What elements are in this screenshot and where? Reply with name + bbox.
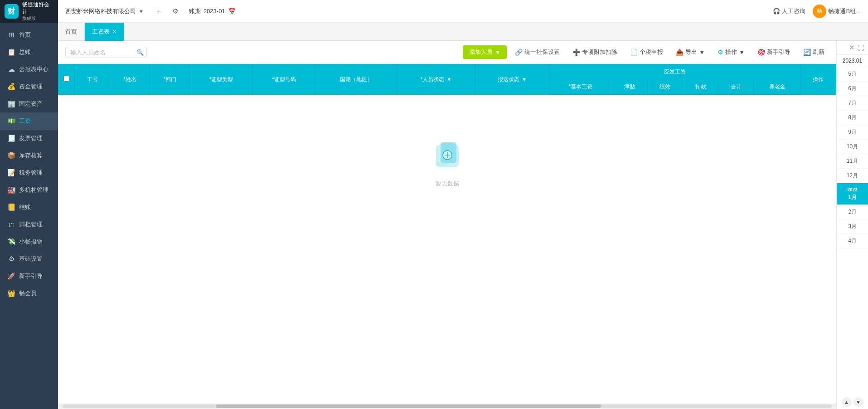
deduction-button[interactable]: ➕ 专项附加扣除 xyxy=(568,46,622,58)
scroll-thumb[interactable] xyxy=(216,404,601,408)
settings-icon[interactable]: ⚙ xyxy=(169,5,182,18)
sidebar-label-close: 结账 xyxy=(19,203,31,211)
sidebar-item-salary[interactable]: 💵工资 xyxy=(0,112,58,130)
company-selector[interactable]: 西安虾米网络科技有限公司 ▼ xyxy=(65,7,144,15)
sidebar-item-member[interactable]: 👑畅会员 xyxy=(0,285,58,302)
th-nationality: 国籍（地区） xyxy=(315,64,397,95)
sidebar-label-salary: 工资 xyxy=(19,117,31,125)
social-security-button[interactable]: 🔗 统一社保设置 xyxy=(510,46,564,58)
period-info: 账期 2023-01 📅 xyxy=(189,7,236,15)
sidebar-label-guide: 新手引导 xyxy=(19,272,43,280)
search-icon: 🔍 xyxy=(136,49,144,56)
add-person-chevron-icon: ▼ xyxy=(495,49,500,56)
date-list-item[interactable]: 7月 xyxy=(837,96,868,111)
guide-label: 新手引导 xyxy=(767,48,790,56)
invoice-icon: 🧾 xyxy=(7,134,15,142)
sidebar-item-guide[interactable]: 🚀新手引导 xyxy=(0,268,58,285)
date-nav-up-button[interactable]: ▲ xyxy=(842,397,852,407)
support-label: 人工咨询 xyxy=(782,7,805,15)
close-icon[interactable]: ✕ xyxy=(849,44,855,52)
chevron-down-icon: ▼ xyxy=(139,9,144,14)
table-scrollbar[interactable] xyxy=(58,404,836,409)
export-icon: 📤 xyxy=(676,49,684,56)
date-list-item[interactable]: 6月 xyxy=(837,82,868,96)
cloud-report-icon: ☁ xyxy=(7,65,15,73)
tab-home[interactable]: 首页 xyxy=(58,23,85,41)
salary-content: 🔍 添加人员 ▼ 🔗 统一社保设置 ➕ 专项附加扣除 xyxy=(58,41,836,409)
sidebar-label-general-ledger: 总账 xyxy=(19,48,31,56)
expense-icon: 💸 xyxy=(7,238,15,246)
tax-icon: 📄 xyxy=(630,49,638,56)
sidebar-item-multi-org[interactable]: 🏭多机构管理 xyxy=(0,181,58,199)
sidebar-item-home[interactable]: ⊞首页 xyxy=(0,26,58,44)
sidebar-item-inventory[interactable]: 📦库存核算 xyxy=(0,147,58,164)
app-subtitle: 旗舰版 xyxy=(22,15,53,21)
date-nav-down-button[interactable]: ▼ xyxy=(853,397,863,407)
th-base-salary: *基本工资 xyxy=(549,79,612,95)
operations-button[interactable]: ⚙ 操作 ▼ xyxy=(713,46,749,58)
date-month-label: 3月 xyxy=(848,223,857,229)
select-all-checkbox[interactable] xyxy=(63,76,69,82)
search-input[interactable] xyxy=(70,49,134,56)
calendar-icon[interactable]: 📅 xyxy=(228,8,236,15)
sidebar-item-archive[interactable]: 🗂归档管理 xyxy=(0,216,58,233)
guide-button[interactable]: 🎯 新手引导 xyxy=(753,46,795,58)
th-pension: 养老金 xyxy=(754,79,800,95)
sidebar-label-tax: 税务管理 xyxy=(19,169,43,177)
refresh-icon: 🔄 xyxy=(803,49,811,56)
empty-state-text: 暂无数据 xyxy=(436,180,459,188)
date-list-item[interactable]: 5月 xyxy=(837,67,868,82)
add-person-button[interactable]: 添加人员 ▼ xyxy=(463,45,507,59)
search-box[interactable]: 🔍 xyxy=(65,47,147,58)
sidebar-label-fund: 资金管理 xyxy=(19,83,43,91)
sidebar-item-expense[interactable]: 💸小畅报销 xyxy=(0,233,58,250)
refresh-label: 刷新 xyxy=(813,48,824,56)
sidebar-item-fixed-assets[interactable]: 🏢固定资产 xyxy=(0,95,58,112)
deduction-label: 专项附加扣除 xyxy=(582,48,617,56)
th-employee-id: 工号 xyxy=(75,64,110,95)
date-panel-header: ✕ ⛶ xyxy=(837,41,868,55)
sidebar-item-basic-settings[interactable]: ⚙基础设置 xyxy=(0,250,58,268)
sidebar-item-fund[interactable]: 💰资金管理 xyxy=(0,78,58,95)
sidebar-item-general-ledger[interactable]: 📋总账 xyxy=(0,44,58,61)
sidebar-item-cloud-report[interactable]: ☁云报表中心 xyxy=(0,61,58,78)
date-list-item[interactable]: 8月 xyxy=(837,111,868,125)
refresh-button[interactable]: 🔄 刷新 xyxy=(799,46,829,58)
date-month-label: 9月 xyxy=(848,129,857,135)
date-month-label: 8月 xyxy=(848,114,857,121)
date-list-item[interactable]: 9月 xyxy=(837,125,868,140)
date-month-label: 12月 xyxy=(847,172,858,179)
salary-table: 工号 *姓名 *部门 *证型类型 *证型号码 国籍（地区） *人员状态 ▼ 报送… xyxy=(58,64,836,95)
operations-label: 操作 xyxy=(725,48,737,56)
tab-close-salary[interactable]: ✕ xyxy=(112,29,116,34)
salary-table-container[interactable]: 工号 *姓名 *部门 *证型类型 *证型号码 国籍（地区） *人员状态 ▼ 报送… xyxy=(58,64,836,404)
th-total: 合计 xyxy=(718,79,754,95)
sidebar-item-tax[interactable]: 📝税务管理 xyxy=(0,164,58,181)
user-profile[interactable]: 畅 畅捷通B组... xyxy=(813,5,861,18)
tab-label-home: 首页 xyxy=(65,28,77,36)
operations-icon: ⚙ xyxy=(718,49,723,56)
add-company-button[interactable]: ＋ xyxy=(153,5,165,18)
date-list-item[interactable]: 2月 xyxy=(837,205,868,219)
date-list-item[interactable]: 11月 xyxy=(837,154,868,169)
expand-icon[interactable]: ⛶ xyxy=(858,44,864,52)
user-avatar: 畅 xyxy=(813,5,826,18)
date-list-item[interactable]: 20231月 xyxy=(837,183,868,205)
basic-settings-icon: ⚙ xyxy=(7,255,15,263)
export-button[interactable]: 📤 导出 ▼ xyxy=(671,46,709,58)
sidebar-item-close[interactable]: 📒结账 xyxy=(0,199,58,216)
th-checkbox[interactable] xyxy=(58,64,75,95)
sidebar-label-multi-org: 多机构管理 xyxy=(19,186,48,194)
general-ledger-icon: 📋 xyxy=(7,48,15,56)
tab-salary[interactable]: 工资表✕ xyxy=(85,23,124,41)
date-list-item[interactable]: 10月 xyxy=(837,140,868,154)
sidebar-item-invoice[interactable]: 🧾发票管理 xyxy=(0,130,58,147)
archive-icon: 🗂 xyxy=(7,221,15,229)
date-month-label: 7月 xyxy=(848,100,857,106)
date-list-item[interactable]: 4月 xyxy=(837,234,868,248)
app-logo: 财 畅捷通好会计 旗舰版 xyxy=(0,0,58,23)
date-list-item[interactable]: 12月 xyxy=(837,169,868,183)
date-list-item[interactable]: 3月 xyxy=(837,219,868,234)
tax-button[interactable]: 📄 个税申报 xyxy=(626,46,668,58)
support-button[interactable]: 🎧 人工咨询 xyxy=(773,7,805,15)
